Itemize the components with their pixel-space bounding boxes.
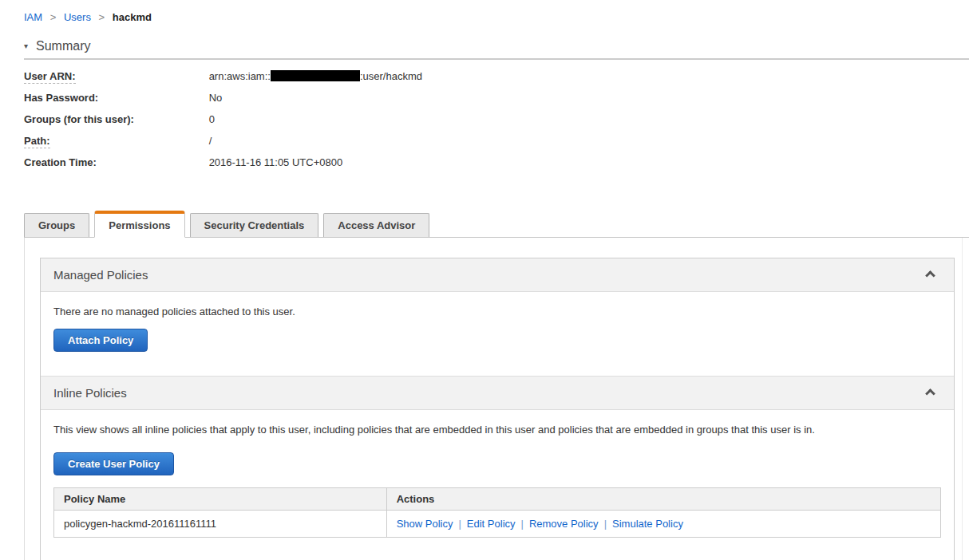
action-separator: |: [604, 518, 607, 530]
edit-policy-link[interactable]: Edit Policy: [467, 518, 516, 530]
managed-policies-empty-text: There are no managed policies attached t…: [53, 306, 941, 317]
collapse-triangle-icon[interactable]: ▾: [24, 41, 28, 50]
breadcrumb-separator: >: [99, 11, 105, 23]
tab-groups[interactable]: Groups: [24, 213, 89, 237]
summary-fields: User ARN: arn:aws:iam:::user/hackmd Has …: [24, 65, 969, 173]
policies-accordion: Managed Policies There are no managed po…: [40, 258, 955, 560]
field-creation-time: Creation Time: 2016-11-16 11:05 UTC+0800: [24, 152, 969, 173]
breadcrumb: IAM > Users > hackmd: [24, 11, 969, 23]
field-has-password: Has Password: No: [24, 87, 969, 108]
field-label: Has Password:: [24, 92, 98, 104]
attach-policy-button[interactable]: Attach Policy: [53, 329, 148, 352]
actions-cell: Show Policy|Edit Policy|Remove Policy|Si…: [386, 511, 940, 538]
action-separator: |: [458, 518, 461, 530]
chevron-up-icon[interactable]: [925, 388, 935, 399]
inline-policies-title: Inline Policies: [53, 386, 127, 400]
tab-security-credentials[interactable]: Security Credentials: [190, 213, 319, 237]
summary-divider: [24, 58, 969, 60]
field-path: Path: /: [24, 130, 969, 152]
show-policy-link[interactable]: Show Policy: [397, 518, 453, 530]
field-label: Path:: [24, 135, 50, 148]
summary-title: Summary: [36, 39, 90, 53]
field-value: /: [209, 135, 212, 147]
inline-policies-description: This view shows all inline policies that…: [53, 424, 941, 436]
inline-policies-table: Policy Name Actions policygen-hackmd-201…: [53, 487, 941, 538]
tab-permissions[interactable]: Permissions: [94, 211, 184, 238]
action-separator: |: [521, 518, 524, 530]
table-header-row: Policy Name Actions: [54, 488, 941, 511]
field-value: No: [209, 92, 223, 104]
table-row: policygen-hackmd-201611161111 Show Polic…: [54, 511, 941, 538]
field-label: Groups (for this user):: [24, 113, 134, 125]
inline-policies-body: This view shows all inline policies that…: [41, 410, 954, 560]
field-value: 0: [209, 113, 215, 125]
tab-content-panel: Managed Policies There are no managed po…: [24, 238, 963, 560]
field-value: arn:aws:iam:::user/hackmd: [209, 70, 422, 82]
field-value: 2016-11-16 11:05 UTC+0800: [209, 156, 343, 168]
inline-policies-header[interactable]: Inline Policies: [41, 376, 954, 410]
managed-policies-body: There are no managed policies attached t…: [41, 292, 954, 376]
chevron-up-icon[interactable]: [925, 270, 935, 281]
managed-policies-header[interactable]: Managed Policies: [41, 258, 954, 292]
redacted-account-id: [271, 70, 360, 81]
actions-column-header: Actions: [386, 488, 940, 511]
tab-bar: Groups Permissions Security Credentials …: [24, 211, 969, 238]
field-user-arn: User ARN: arn:aws:iam:::user/hackmd: [24, 65, 969, 87]
create-user-policy-button[interactable]: Create User Policy: [53, 452, 174, 475]
breadcrumb-link-users[interactable]: Users: [64, 11, 91, 23]
field-label: Creation Time:: [24, 156, 97, 168]
breadcrumb-current: hackmd: [113, 11, 152, 23]
arn-prefix: arn:aws:iam::: [209, 70, 271, 82]
breadcrumb-separator: >: [50, 11, 57, 23]
field-label: User ARN:: [24, 70, 76, 84]
arn-suffix: :user/hackmd: [360, 70, 422, 82]
summary-section-header[interactable]: ▾Summary: [24, 39, 969, 53]
remove-policy-link[interactable]: Remove Policy: [529, 518, 599, 530]
field-groups: Groups (for this user): 0: [24, 108, 969, 130]
breadcrumb-link-iam[interactable]: IAM: [24, 11, 42, 23]
simulate-policy-link[interactable]: Simulate Policy: [612, 518, 683, 530]
tab-access-advisor[interactable]: Access Advisor: [323, 213, 429, 237]
policy-name-column-header: Policy Name: [54, 488, 387, 511]
managed-policies-title: Managed Policies: [53, 268, 148, 282]
policy-name-cell: policygen-hackmd-201611161111: [54, 511, 387, 538]
